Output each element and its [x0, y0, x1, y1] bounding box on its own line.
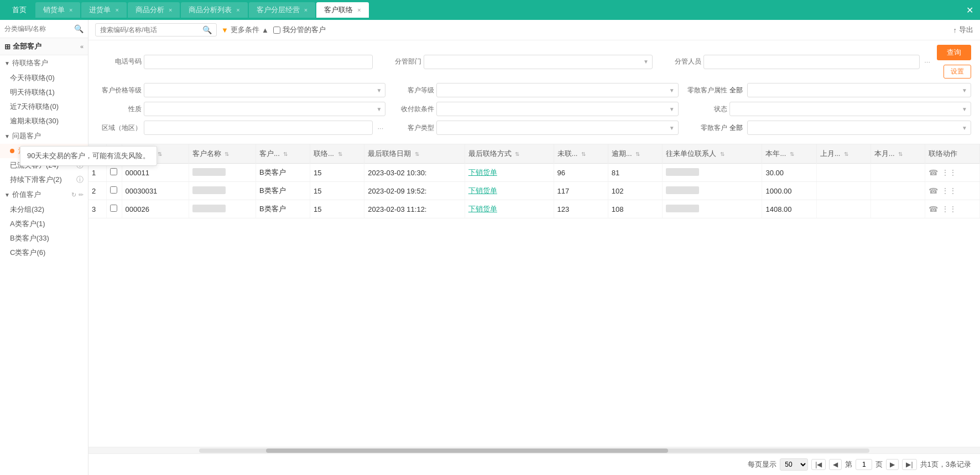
export-btn[interactable]: ↑ 导出 — [953, 25, 974, 35]
th-unlisted-sort[interactable]: ⇅ — [581, 151, 586, 157]
tab-product-list-close[interactable]: × — [236, 7, 239, 13]
sidebar-item-declining[interactable]: 持续下滑客户(2) ⓘ — [0, 173, 88, 187]
refresh-icon[interactable]: ↻ — [71, 191, 76, 199]
th-overdue-sort[interactable]: ⇅ — [635, 151, 640, 157]
tab-purchase-close[interactable]: × — [115, 7, 118, 13]
dept-field: 分管部门 ▼ — [377, 55, 653, 69]
filter-row-3: 性质 ▼ 收付款条件 ▼ 状态 — [97, 102, 971, 116]
filter-bar: 🔍 ▼ 更多条件 ▲ 我分管的客户 ↑ 导出 — [88, 20, 980, 40]
tab-customer-contact[interactable]: 客户联络 × — [316, 2, 368, 18]
horizontal-scrollbar[interactable] — [88, 447, 980, 453]
customer-type-select[interactable]: ▼ — [436, 121, 678, 135]
per-page-select[interactable]: 50 20 100 — [780, 458, 808, 471]
th-this-year-label: 本年... — [765, 149, 786, 158]
more-conditions-btn[interactable]: ▼ 更多条件 ▲ — [221, 25, 269, 35]
row2-checkbox[interactable] — [110, 186, 117, 194]
status-select[interactable]: ▼ — [729, 102, 971, 116]
tab-product-analysis[interactable]: 商品分析 × — [128, 2, 180, 18]
query-button[interactable]: 查询 — [937, 45, 971, 60]
customer-type-arrow: ▼ — [669, 125, 675, 131]
more-actions-1[interactable]: ⋮⋮ — [941, 168, 957, 177]
price-level-select[interactable]: ▼ — [144, 83, 385, 97]
collapse-icon[interactable]: « — [80, 43, 84, 50]
main-search-icon[interactable]: 🔍 — [202, 25, 212, 34]
tab-home[interactable]: 首页 — [4, 2, 34, 18]
main-layout: 🔍 ⊞ 全部客户 « ▼ 待联络客户 今天待联络(0) 明天待联络(1) 近7天… — [0, 20, 980, 475]
tab-customer-tier-close[interactable]: × — [304, 7, 307, 13]
valued-label: 价值客户 — [12, 190, 41, 200]
tab-sales[interactable]: 销货单 × — [35, 2, 80, 18]
scrollbar-thumb[interactable] — [266, 448, 668, 453]
sidebar-item-b-class[interactable]: B类客户(33) — [0, 231, 88, 246]
retail-attr-select[interactable]: ▼ — [747, 83, 971, 97]
sidebar-item-c-class[interactable]: C类客户(6) — [0, 246, 88, 260]
first-page-btn[interactable]: |◀ — [811, 459, 826, 470]
dept-select[interactable]: ▼ — [424, 55, 653, 69]
contact-icon-1[interactable]: ☎ — [929, 168, 938, 177]
at-risk-group[interactable]: ▼ 问题客户 — [0, 128, 88, 144]
edit-icon[interactable]: ✏ — [79, 191, 84, 199]
tab-sales-close[interactable]: × — [69, 7, 72, 13]
prev-page-btn[interactable]: ◀ — [829, 459, 842, 470]
valued-group[interactable]: ▼ 价值客户 ↻ ✏ — [0, 187, 88, 202]
th-this-year-sort[interactable]: ⇅ — [790, 151, 794, 157]
retail-select[interactable]: ▼ — [747, 121, 971, 135]
sidebar-item-overdue[interactable]: 逾期未联络(30) — [0, 114, 88, 128]
phone-input[interactable] — [144, 55, 373, 69]
tab-product-analysis-close[interactable]: × — [169, 7, 172, 13]
tab-purchase[interactable]: 进货单 × — [81, 2, 126, 18]
my-customers-checkbox[interactable] — [273, 27, 280, 34]
contact-icon-2[interactable]: ☎ — [929, 186, 938, 195]
manager-ellipsis[interactable]: ··· — [922, 58, 932, 66]
row1-checkbox[interactable] — [110, 168, 117, 175]
th-type-sort[interactable]: ⇅ — [283, 151, 288, 157]
sidebar-item-tomorrow[interactable]: 明天待联络(1) — [0, 85, 88, 100]
td-person-3-blurred — [666, 205, 699, 212]
customer-level-arrow: ▼ — [669, 87, 675, 93]
contact-icon-3[interactable]: ☎ — [929, 205, 938, 213]
payment-select[interactable]: ▼ — [436, 102, 678, 116]
row3-checkbox[interactable] — [110, 205, 117, 212]
last-page-btn[interactable]: ▶| — [902, 459, 916, 470]
region-ellipsis[interactable]: ··· — [375, 124, 385, 132]
td-name-1 — [189, 164, 256, 182]
pending-contact-group[interactable]: ▼ 待联络客户 — [0, 55, 88, 71]
th-contact-count-sort[interactable]: ⇅ — [338, 151, 342, 157]
more-actions-2[interactable]: ⋮⋮ — [941, 186, 957, 195]
next-page-btn[interactable]: ▶ — [886, 459, 899, 470]
all-customers-header[interactable]: ⊞ 全部客户 « — [0, 38, 88, 55]
td-contact-type-3[interactable]: 下销货单 — [465, 200, 554, 218]
sidebar-item-today[interactable]: 今天待联络(0) — [0, 71, 88, 85]
window-close-icon[interactable]: ✕ — [966, 5, 973, 15]
more-actions-3[interactable]: ⋮⋮ — [941, 205, 957, 213]
main-search-input[interactable] — [100, 26, 202, 34]
th-contact-person-sort[interactable]: ⇅ — [720, 151, 724, 157]
th-this-month-sort[interactable]: ⇅ — [898, 151, 903, 157]
td-contact-type-1[interactable]: 下销货单 — [465, 164, 554, 182]
th-code-sort[interactable]: ⇅ — [158, 151, 162, 157]
th-last-contact-type-sort[interactable]: ⇅ — [515, 151, 519, 157]
th-last-month-sort[interactable]: ⇅ — [844, 151, 848, 157]
region-select[interactable] — [144, 121, 373, 135]
sidebar-item-a-class[interactable]: A类客户(1) — [0, 217, 88, 231]
customer-level-select[interactable]: ▼ — [436, 83, 678, 97]
td-thismonth-2 — [870, 182, 925, 200]
status-label: 状态 — [683, 105, 727, 114]
settings-button[interactable]: 设置 — [943, 65, 971, 79]
tab-product-list[interactable]: 商品分析列表 × — [181, 2, 247, 18]
td-contact-type-2[interactable]: 下销货单 — [465, 182, 554, 200]
sidebar-item-7days[interactable]: 近7天待联络(0) — [0, 100, 88, 114]
gender-select[interactable]: ▼ — [144, 102, 385, 116]
manager-select[interactable] — [703, 55, 920, 69]
th-name-sort[interactable]: ⇅ — [225, 151, 229, 157]
sidebar-item-ungrouped[interactable]: 未分组(32) — [0, 202, 88, 217]
tab-customer-contact-close[interactable]: × — [357, 7, 361, 13]
sidebar-search-input[interactable] — [4, 25, 74, 33]
customer-level-label: 客户等级 — [390, 86, 434, 95]
page-input[interactable] — [856, 459, 872, 470]
th-last-contact-date-sort[interactable]: ⇅ — [415, 151, 419, 157]
grid-icon: ⊞ — [4, 43, 11, 51]
tab-customer-tier[interactable]: 客户分层经营 × — [249, 2, 315, 18]
retail-attr-label: 零散客户属性 — [683, 86, 727, 95]
my-customers-label: 我分管的客户 — [283, 25, 326, 35]
